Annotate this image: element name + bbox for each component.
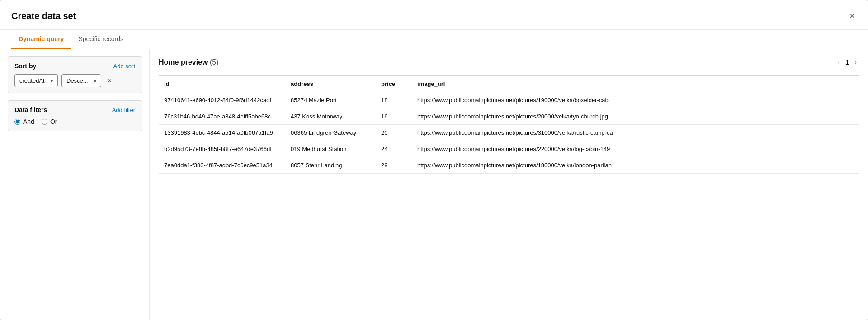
add-filter-link[interactable]: Add filter bbox=[112, 107, 135, 113]
col-header-address: address bbox=[285, 76, 376, 92]
table-head: id address price image_url bbox=[159, 76, 859, 92]
and-radio-label[interactable]: And bbox=[14, 118, 34, 125]
cell-address: 06365 Lindgren Gateway bbox=[285, 125, 376, 141]
table-container: id address price image_url 97410641-e690… bbox=[159, 75, 859, 174]
next-page-button[interactable]: › bbox=[853, 56, 859, 68]
dialog-header: Create data set × bbox=[0, 0, 868, 30]
cell-image_url: https://www.publicdomainpictures.net/pic… bbox=[412, 141, 859, 157]
cell-image_url: https://www.publicdomainpictures.net/pic… bbox=[412, 92, 859, 108]
close-button[interactable]: × bbox=[848, 9, 857, 22]
cell-price: 20 bbox=[376, 125, 412, 141]
sort-order-wrapper: Desce... Asce... ▼ bbox=[61, 74, 101, 87]
table-header-row: id address price image_url bbox=[159, 76, 859, 92]
col-header-price: price bbox=[376, 76, 412, 92]
pagination: ‹ 1 › bbox=[836, 56, 859, 68]
table-row: 97410641-e690-4012-84f0-9f6d1442cadf8527… bbox=[159, 92, 859, 108]
filter-header: Data filters Add filter bbox=[14, 106, 135, 113]
sort-row: createdAt id address price ▼ Desce... As… bbox=[14, 74, 135, 87]
cell-image_url: https://www.publicdomainpictures.net/pic… bbox=[412, 125, 859, 141]
col-header-image-url: image_url bbox=[412, 76, 859, 92]
table-row: 13391983-4ebc-4844-a514-a0fb067a1fa90636… bbox=[159, 125, 859, 141]
cell-id: 97410641-e690-4012-84f0-9f6d1442cadf bbox=[159, 92, 285, 108]
sort-section: Sort by Add sort createdAt id address pr… bbox=[8, 56, 142, 93]
dialog-title: Create data set bbox=[11, 11, 76, 21]
filter-title: Data filters bbox=[14, 106, 47, 113]
cell-image_url: https://www.publicdomainpictures.net/pic… bbox=[412, 157, 859, 174]
cell-price: 24 bbox=[376, 141, 412, 157]
cell-id: b2d95d73-7e8b-485f-b8f7-e647de3766df bbox=[159, 141, 285, 157]
table-row: 76c31b46-bd49-47ae-a848-4efff5abe68c437 … bbox=[159, 108, 859, 125]
or-radio-label[interactable]: Or bbox=[42, 118, 57, 125]
logic-radio-group: And Or bbox=[14, 118, 135, 125]
table-row: b2d95d73-7e8b-485f-b8f7-e647de3766df019 … bbox=[159, 141, 859, 157]
cell-address: 019 Medhurst Station bbox=[285, 141, 376, 157]
or-label: Or bbox=[50, 118, 57, 125]
cell-price: 16 bbox=[376, 108, 412, 125]
and-radio[interactable] bbox=[14, 119, 20, 125]
cell-id: 13391983-4ebc-4844-a514-a0fb067a1fa9 bbox=[159, 125, 285, 141]
cell-address: 85274 Mazie Port bbox=[285, 92, 376, 108]
left-panel: Sort by Add sort createdAt id address pr… bbox=[0, 49, 150, 320]
right-panel: Home preview (5) ‹ 1 › id address bbox=[150, 49, 868, 320]
table-row: 7ea0dda1-f380-4f87-adbd-7c6ec9e51a348057… bbox=[159, 157, 859, 174]
sort-field-select[interactable]: createdAt id address price bbox=[14, 74, 58, 87]
prev-page-button[interactable]: ‹ bbox=[836, 56, 842, 68]
and-label: And bbox=[23, 118, 34, 125]
tab-bar: Dynamic query Specific records bbox=[0, 30, 868, 49]
content-area: Sort by Add sort createdAt id address pr… bbox=[0, 49, 868, 320]
cell-price: 29 bbox=[376, 157, 412, 174]
data-table: id address price image_url 97410641-e690… bbox=[159, 75, 859, 174]
sort-title: Sort by bbox=[14, 62, 36, 70]
add-sort-link[interactable]: Add sort bbox=[113, 63, 135, 70]
sort-header: Sort by Add sort bbox=[14, 62, 135, 70]
cell-image_url: https://www.publicdomainpictures.net/pic… bbox=[412, 108, 859, 125]
filter-section: Data filters Add filter And Or bbox=[8, 100, 142, 131]
cell-id: 76c31b46-bd49-47ae-a848-4efff5abe68c bbox=[159, 108, 285, 125]
preview-title-area: Home preview (5) bbox=[159, 58, 219, 66]
cell-id: 7ea0dda1-f380-4f87-adbd-7c6ec9e51a34 bbox=[159, 157, 285, 174]
cell-address: 8057 Stehr Landing bbox=[285, 157, 376, 174]
tab-dynamic-query[interactable]: Dynamic query bbox=[11, 30, 71, 49]
table-body: 97410641-e690-4012-84f0-9f6d1442cadf8527… bbox=[159, 92, 859, 174]
sort-order-select[interactable]: Desce... Asce... bbox=[61, 74, 101, 87]
current-page: 1 bbox=[845, 59, 849, 66]
preview-title: Home preview (5) bbox=[159, 58, 219, 66]
remove-sort-button[interactable]: × bbox=[105, 76, 114, 86]
preview-count: (5) bbox=[210, 58, 219, 66]
create-dataset-dialog: Create data set × Dynamic query Specific… bbox=[0, 0, 868, 320]
cell-price: 18 bbox=[376, 92, 412, 108]
or-radio[interactable] bbox=[42, 119, 47, 125]
sort-field-wrapper: createdAt id address price ▼ bbox=[14, 74, 58, 87]
cell-address: 437 Koss Motorway bbox=[285, 108, 376, 125]
preview-header: Home preview (5) ‹ 1 › bbox=[159, 56, 859, 68]
tab-specific-records[interactable]: Specific records bbox=[71, 30, 131, 49]
col-header-id: id bbox=[159, 76, 285, 92]
